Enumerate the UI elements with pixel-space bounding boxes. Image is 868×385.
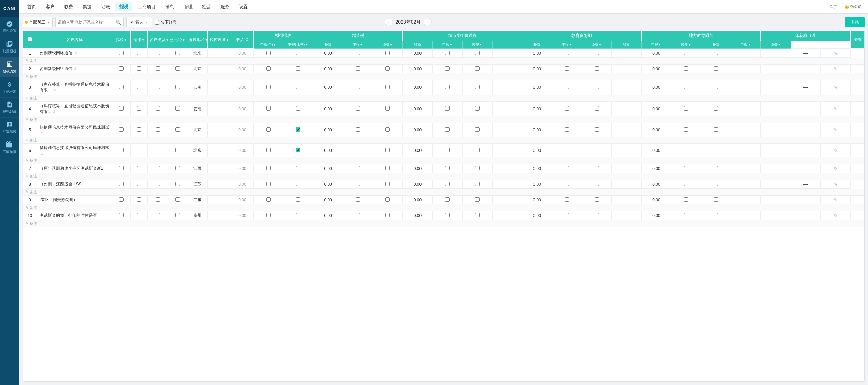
- cs-sb-cb[interactable]: [445, 85, 450, 89]
- qingka-cb[interactable]: [131, 49, 148, 58]
- fullscreen-btn[interactable]: 全屏: [827, 3, 839, 10]
- zz-sb[interactable]: [343, 164, 373, 173]
- jy-sb[interactable]: [552, 164, 582, 173]
- note-edit-icon[interactable]: ✎: [25, 158, 28, 163]
- chaoshui-cb[interactable]: [112, 211, 131, 220]
- zz-jf[interactable]: [373, 211, 402, 220]
- ops-cell[interactable]: ✎: [821, 80, 851, 95]
- jy-jf[interactable]: [582, 144, 611, 157]
- company-name-cell[interactable]: 畅捷通信息技术股份有限公司民珠测试 ⚠: [37, 144, 112, 157]
- confirm-cb-cb[interactable]: [156, 127, 160, 132]
- cs-sb[interactable]: [432, 49, 462, 58]
- company-name-cell[interactable]: 畅捷通信息技术股份有限公司民珠测试 ⚠: [37, 123, 112, 137]
- zz-sb[interactable]: [343, 80, 373, 95]
- qingka-cb[interactable]: [131, 180, 148, 189]
- zz-jf[interactable]: [373, 80, 402, 95]
- zz-sb-cb[interactable]: [356, 106, 360, 111]
- ops-cell[interactable]: ✎: [821, 49, 851, 58]
- df-sb[interactable]: [671, 102, 701, 116]
- nav-ops[interactable]: 经营: [198, 2, 215, 11]
- caibao-year-cb[interactable]: [266, 51, 271, 55]
- cs-jf[interactable]: [463, 65, 492, 73]
- download-button[interactable]: 下载: [845, 17, 865, 27]
- member-btn[interactable]: 👑 畅会员: [842, 3, 864, 10]
- cs-sb[interactable]: [432, 211, 462, 220]
- note-edit-icon[interactable]: ✎: [25, 205, 28, 210]
- confirm-cb-cb[interactable]: [156, 197, 160, 202]
- edit-icon[interactable]: ✎: [834, 51, 838, 56]
- df-jf-cb[interactable]: [714, 197, 718, 202]
- jy-jf-cb[interactable]: [595, 166, 599, 170]
- zz-jf-cb[interactable]: [385, 106, 390, 111]
- jy-sb[interactable]: [552, 123, 582, 137]
- caibao-year[interactable]: [254, 164, 283, 173]
- cs-sb[interactable]: [432, 65, 462, 73]
- jy-sb[interactable]: [552, 144, 582, 157]
- caibao-year-cb[interactable]: [266, 66, 271, 71]
- company-name-cell[interactable]: 勿删新锐网络通信 ⚠: [37, 49, 112, 58]
- ops-cell[interactable]: ✎: [821, 164, 851, 173]
- jy-sb-cb[interactable]: [565, 127, 569, 132]
- chaoshui-cb-cb[interactable]: [119, 197, 124, 202]
- zz-jf[interactable]: [373, 196, 402, 204]
- jy-jf-cb[interactable]: [595, 148, 599, 152]
- df-jf[interactable]: [701, 196, 731, 204]
- filed-cb-cb[interactable]: [175, 182, 180, 186]
- confirm-cb[interactable]: [148, 49, 168, 58]
- cs-jf[interactable]: [463, 80, 492, 95]
- sidebar-item-gongshang[interactable]: 工商年报: [0, 138, 19, 158]
- jy-jf[interactable]: [582, 211, 611, 220]
- caibao-year[interactable]: [254, 102, 283, 116]
- confirm-cb[interactable]: [148, 164, 168, 173]
- jy-sb-cb[interactable]: [565, 66, 569, 71]
- caibao-month-cb[interactable]: [296, 213, 300, 217]
- confirm-cb[interactable]: [148, 211, 168, 220]
- caibao-month-cb[interactable]: [296, 85, 300, 89]
- note-edit-icon[interactable]: ✎: [25, 74, 28, 79]
- caibao-month-cb[interactable]: [296, 127, 300, 132]
- cs-sb[interactable]: [432, 180, 462, 189]
- cs-sb[interactable]: [432, 196, 462, 204]
- cs-jf-cb[interactable]: [475, 166, 480, 170]
- zz-jf-cb[interactable]: [385, 166, 390, 170]
- zz-sb-cb[interactable]: [356, 51, 360, 55]
- filed-cb-cb[interactable]: [175, 66, 180, 71]
- caibao-year-cb[interactable]: [266, 127, 271, 132]
- df-sb[interactable]: [671, 196, 701, 204]
- select-all-checkbox[interactable]: [28, 37, 32, 41]
- ops-cell[interactable]: ✎: [821, 123, 851, 137]
- confirm-cb-cb[interactable]: [156, 213, 160, 217]
- df-sb-cb[interactable]: [684, 51, 688, 55]
- jy-sb-cb[interactable]: [565, 166, 569, 170]
- note-edit-icon[interactable]: ✎: [25, 59, 28, 63]
- qingka-cb[interactable]: [131, 123, 148, 137]
- chaoshui-cb[interactable]: [112, 65, 131, 73]
- ops-cell[interactable]: ✎: [821, 196, 851, 204]
- cs-jf-cb[interactable]: [475, 85, 480, 89]
- caibao-month[interactable]: [283, 65, 313, 73]
- confirm-cb-cb[interactable]: [156, 166, 160, 170]
- filed-cb-cb[interactable]: [175, 197, 180, 202]
- company-name-cell[interactable]: （勿删）江西股金-LSS: [37, 180, 112, 189]
- zz-sb[interactable]: [343, 211, 373, 220]
- caibao-year-cb[interactable]: [266, 197, 271, 202]
- chaoshui-cb-cb[interactable]: [119, 51, 124, 55]
- zz-jf[interactable]: [373, 102, 402, 116]
- caibao-month-cb[interactable]: [296, 182, 300, 186]
- jy-jf[interactable]: [582, 180, 611, 189]
- jy-sb[interactable]: [552, 180, 582, 189]
- cs-jf-cb[interactable]: [475, 66, 480, 71]
- company-name-cell[interactable]: （库存核算）直播畅捷通信息技术股份有限... ⚠: [37, 80, 112, 95]
- chaoshui-cb[interactable]: [112, 144, 131, 157]
- next-period-button[interactable]: ›: [424, 18, 432, 26]
- zz-sb[interactable]: [343, 144, 373, 157]
- qingka-cb-cb[interactable]: [137, 213, 141, 217]
- jy-sb[interactable]: [552, 211, 582, 220]
- jy-sb-cb[interactable]: [565, 51, 569, 55]
- chaoshui-cb-cb[interactable]: [119, 182, 124, 186]
- jy-jf-cb[interactable]: [595, 66, 599, 71]
- zz-jf[interactable]: [373, 49, 402, 58]
- company-name-cell[interactable]: 勿删新锐网络通信 ⚠: [37, 65, 112, 73]
- prev-period-button[interactable]: ‹: [385, 18, 393, 26]
- caibao-year[interactable]: [254, 144, 283, 157]
